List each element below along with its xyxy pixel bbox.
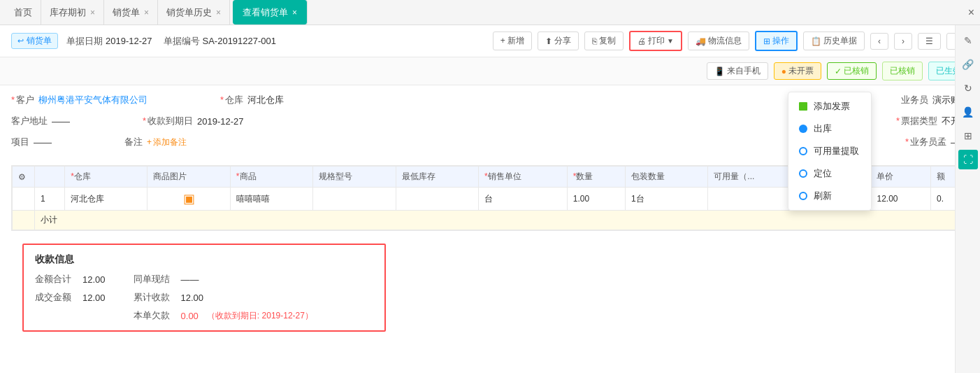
sidebar-edit-icon[interactable]: ✎ bbox=[958, 31, 978, 50]
cancelled-btn[interactable]: 已核销 bbox=[882, 62, 923, 80]
tab-inventory-init[interactable]: 库存期初 × bbox=[41, 0, 104, 24]
sidebar-expand-icon[interactable]: ⛶ bbox=[958, 150, 978, 169]
close-all-tabs[interactable]: × bbox=[968, 6, 974, 19]
tab-close-view-sales[interactable]: × bbox=[292, 8, 297, 17]
owed-value: 0.00 bbox=[181, 311, 199, 321]
check-btn[interactable]: ✓ 已核销 bbox=[827, 62, 877, 80]
add-invoice-icon bbox=[798, 101, 808, 111]
locate-label: 定位 bbox=[814, 167, 832, 180]
col-min-stock: 最低库存 bbox=[396, 167, 478, 188]
outbound-label: 出库 bbox=[814, 122, 832, 135]
not-opened-btn[interactable]: ● 未开票 bbox=[774, 62, 821, 80]
print-icon: 🖨 bbox=[637, 36, 646, 46]
refresh-label: 刷新 bbox=[814, 190, 832, 202]
meta-no: 单据编号 SA-20191227-001 bbox=[164, 35, 277, 48]
col-qty: *数量 bbox=[567, 167, 625, 188]
customer-label: 客户 bbox=[11, 94, 34, 106]
cell-qty: 1.00 bbox=[567, 188, 625, 211]
summary-box: 收款信息 金额合计 12.00 成交金额 12.00 bbox=[22, 244, 386, 332]
total-label: 金额合计 bbox=[35, 273, 77, 286]
tab-home[interactable]: 首页 bbox=[6, 0, 41, 24]
col-product-img: 商品图片 bbox=[147, 167, 230, 188]
dropdown-outbound[interactable]: 出库 bbox=[788, 118, 871, 140]
meta-date: 单据日期 2019-12-27 bbox=[66, 35, 152, 48]
summary-rows: 金额合计 12.00 成交金额 12.00 同单现结 —— bbox=[35, 273, 373, 322]
locate-icon bbox=[798, 169, 808, 178]
cell-product: 嘻嘻嘻嘻 bbox=[230, 188, 312, 211]
print-button[interactable]: 🖨 打印 ▼ bbox=[629, 31, 682, 51]
cell-min-stock bbox=[396, 188, 478, 211]
address-field: 客户地址 —— bbox=[11, 115, 70, 127]
project-value: —— bbox=[34, 137, 52, 148]
main-area: ↩ 销货单 单据日期 2019-12-27 单据编号 SA-20191227-0… bbox=[0, 25, 980, 373]
tab-close-inventory[interactable]: × bbox=[90, 8, 95, 17]
summary-item-same-order: 同单现结 —— bbox=[134, 273, 313, 286]
same-order-label: 同单现结 bbox=[134, 273, 175, 286]
history-button[interactable]: 📋 历史单据 bbox=[803, 31, 865, 50]
tab-bar: 首页 库存期初 × 销货单 × 销货单历史 × 查看销货单 × × bbox=[0, 0, 980, 25]
warehouse-value: 河北仓库 bbox=[247, 94, 284, 106]
summary-item-owed: 本单欠款 0.00 （收款到期日: 2019-12-27） bbox=[134, 309, 313, 322]
available-qty-icon bbox=[798, 146, 808, 156]
new-button[interactable]: + 新增 bbox=[493, 31, 532, 50]
cell-unit-price: 12.00 bbox=[871, 188, 931, 211]
tab-close-history[interactable]: × bbox=[216, 8, 221, 17]
prev-button[interactable]: ‹ bbox=[870, 33, 888, 50]
tab-view-sales[interactable]: 查看销货单 × bbox=[233, 0, 308, 24]
col-seq bbox=[35, 167, 65, 188]
dropdown-add-invoice[interactable]: 添加发票 bbox=[788, 95, 871, 118]
mobile-btn[interactable]: 📱 来自手机 bbox=[707, 62, 768, 80]
subtotal-row: 小计 bbox=[13, 211, 968, 230]
tab-sales-order[interactable]: 销货单 × bbox=[104, 0, 158, 24]
col-warehouse: *仓库 bbox=[65, 167, 147, 188]
logistics-button[interactable]: 🚚 物流信息 bbox=[688, 31, 749, 50]
payment-due-label: 收款到期日 bbox=[143, 115, 193, 127]
col-pack-qty: 包装数量 bbox=[625, 167, 707, 188]
warehouse-label: 仓库 bbox=[220, 94, 243, 106]
payment-due-value: 2019-12-27 bbox=[197, 116, 244, 127]
copy-icon: ⎘ bbox=[592, 36, 597, 46]
cell-spec bbox=[313, 188, 396, 211]
copy-button[interactable]: ⎘ 复制 bbox=[584, 31, 624, 50]
tab-sales-history[interactable]: 销货单历史 × bbox=[158, 0, 230, 24]
tab-close-sales[interactable]: × bbox=[144, 8, 149, 17]
sidebar-user-icon[interactable]: 👤 bbox=[958, 102, 978, 122]
note-field: 备注 + 添加备注 bbox=[124, 136, 187, 148]
doc-actions: + 新增 ⬆ 分享 ⎘ 复制 🖨 打印 ▼ 🚚 物流信息 bbox=[493, 31, 969, 51]
summary-area: 收款信息 金额合计 12.00 成交金额 12.00 bbox=[0, 231, 980, 344]
subtotal-gear bbox=[13, 211, 35, 230]
refresh-icon bbox=[798, 191, 808, 201]
project-label: 项目 bbox=[11, 136, 29, 148]
doc-header: ↩ 销货单 单据日期 2019-12-27 单据编号 SA-20191227-0… bbox=[0, 25, 980, 57]
doc-type-badge: ↩ 销货单 bbox=[11, 33, 58, 49]
add-note-btn[interactable]: + 添加备注 bbox=[147, 136, 187, 148]
dropdown-available-qty[interactable]: 可用量提取 bbox=[788, 140, 871, 162]
history-icon: 📋 bbox=[811, 36, 821, 46]
check-icon: ✓ bbox=[835, 66, 842, 76]
share-button[interactable]: ⬆ 分享 bbox=[538, 31, 579, 50]
ticket-type-label: 票据类型 bbox=[896, 115, 937, 127]
sidebar-refresh-icon[interactable]: ↻ bbox=[958, 78, 978, 98]
dropdown-refresh[interactable]: 刷新 bbox=[788, 185, 871, 207]
grid-view-button[interactable]: ☰ bbox=[918, 33, 941, 50]
same-order-value: —— bbox=[181, 274, 199, 285]
ops-button[interactable]: ⊞ 操作 bbox=[755, 31, 798, 51]
col-unit-price: 单价 bbox=[871, 167, 931, 188]
right-sidebar: ✎ 🔗 ↻ 👤 ⊞ ⛶ bbox=[955, 25, 980, 373]
customer-value[interactable]: 柳州粤港平安气体有限公司 bbox=[38, 94, 147, 106]
cell-product-img: ▣ bbox=[147, 188, 230, 211]
cell-pack-qty: 1台 bbox=[625, 188, 707, 211]
col-gear[interactable]: ⚙ bbox=[13, 167, 35, 188]
owed-label: 本单欠款 bbox=[134, 309, 175, 322]
cell-seq: 1 bbox=[35, 188, 65, 211]
total-value: 12.00 bbox=[82, 274, 106, 285]
sidebar-table-icon[interactable]: ⊞ bbox=[958, 126, 978, 146]
available-qty-label: 可用量提取 bbox=[814, 145, 859, 157]
dropdown-menu: 添加发票 出库 可用量提取 定位 bbox=[788, 92, 872, 211]
cell-sales-unit: 台 bbox=[478, 188, 567, 211]
next-button[interactable]: › bbox=[894, 33, 912, 50]
dropdown-locate[interactable]: 定位 bbox=[788, 162, 871, 185]
deal-value: 12.00 bbox=[82, 293, 106, 303]
cumulative-label: 累计收款 bbox=[134, 291, 175, 304]
sidebar-link-icon[interactable]: 🔗 bbox=[958, 55, 978, 74]
